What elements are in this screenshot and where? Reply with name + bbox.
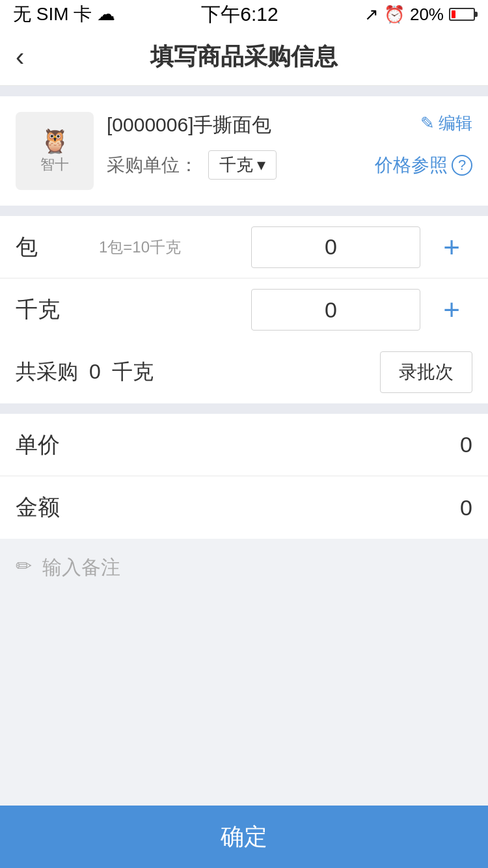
logo-owl-icon: 🦉 [40,128,70,155]
price-section: 单价 0 金额 0 [0,414,488,539]
unit-price-value: 0 [460,432,472,457]
alarm-icon: ⏰ [384,5,405,25]
batch-button[interactable]: 录批次 [380,351,472,393]
status-time: 下午6:12 [201,1,278,28]
summary-text: 共采购 0 千克 [16,358,380,387]
kg-label: 千克 [16,295,94,325]
kg-plus-button[interactable]: + [431,289,472,331]
quantity-input-section: 包 1包=10千克 + 千克 + [0,216,488,341]
confirm-button[interactable]: 确定 [0,806,488,868]
unit-select[interactable]: 千克 ▾ [208,150,277,180]
edit-button[interactable]: ✎ 编辑 [420,112,472,135]
bag-sublabel: 1包=10千克 [99,237,181,258]
dropdown-arrow-icon: ▾ [257,155,265,175]
edit-label: 编辑 [439,112,472,135]
page-title: 填写商品采购信息 [150,41,338,73]
unit-price-label: 单价 [16,430,460,460]
status-bar: 无 SIM 卡 ☁ 下午6:12 ↗ ⏰ 20% [0,0,488,29]
top-divider [0,86,488,96]
product-card: 🦉 智十 [0000006]手撕面包 采购单位： 千克 ▾ 价格参照 ? [0,96,488,206]
back-button[interactable]: ‹ [16,42,24,72]
remark-placeholder: 输入备注 [42,554,120,581]
purchase-unit-label: 采购单位： [107,153,198,178]
location-icon: ↗ [364,5,379,25]
summary-section: 共采购 0 千克 录批次 [0,341,488,403]
price-ref-label: 价格参照 [375,153,448,178]
bag-quantity-input[interactable] [251,226,420,268]
bag-row: 包 1包=10千克 + [0,216,488,278]
edit-icon: ✎ [420,113,435,133]
price-reference-button[interactable]: 价格参照 ? [375,153,472,178]
product-info: [0000006]手撕面包 采购单位： 千克 ▾ 价格参照 ? [107,112,472,180]
product-thumbnail: 🦉 智十 [16,112,94,190]
bag-label: 包 [16,232,94,262]
remark-section[interactable]: ✏ 输入备注 [0,539,488,597]
unit-price-row: 单价 0 [0,414,488,476]
nav-bar: ‹ 填写商品采购信息 [0,29,488,86]
product-name: [0000006]手撕面包 [107,112,472,139]
battery-icon [449,8,475,21]
summary-prefix: 共采购 [16,360,78,383]
status-right: ↗ ⏰ 20% [364,5,475,25]
no-sim-text: 无 SIM 卡 ☁ [13,2,115,27]
kg-row: 千克 + [0,278,488,341]
product-meta: 采购单位： 千克 ▾ 价格参照 ? [107,150,472,180]
amount-value: 0 [460,495,472,521]
summary-suffix: 千克 [112,360,154,383]
battery-percent: 20% [410,5,444,25]
status-left: 无 SIM 卡 ☁ [13,2,115,27]
pencil-icon: ✏ [16,554,32,577]
amount-row: 金额 0 [0,476,488,539]
kg-quantity-input[interactable] [251,289,420,331]
amount-label: 金额 [16,493,460,522]
middle-divider-2 [0,403,488,414]
logo-brand-name: 智十 [40,155,69,174]
question-icon: ? [452,155,472,176]
bag-plus-button[interactable]: + [431,226,472,268]
unit-select-value: 千克 [219,154,253,176]
bag-input-wrap: + [181,226,472,268]
middle-divider-1 [0,206,488,216]
summary-value: 0 [89,360,101,383]
product-logo: 🦉 智十 [40,128,70,174]
kg-input-wrap: + [94,289,472,331]
